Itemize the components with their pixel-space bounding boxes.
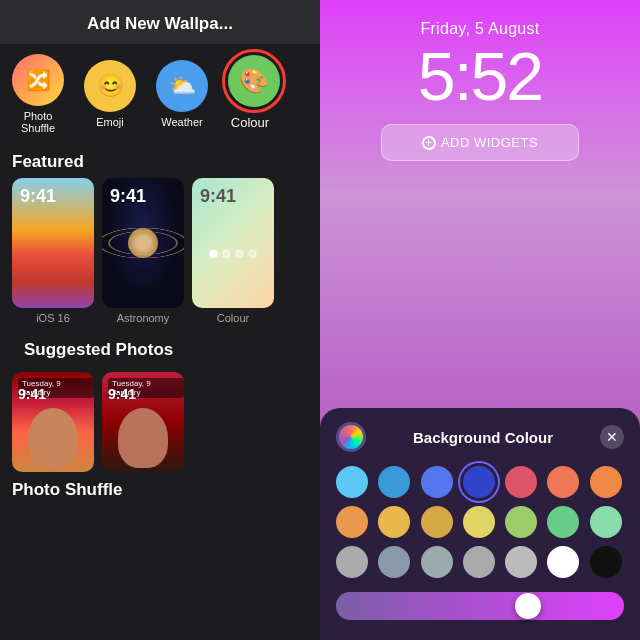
colour-swatch-9[interactable] xyxy=(421,506,453,538)
colour-swatch-4[interactable] xyxy=(505,466,537,498)
featured-row: 9:41 iOS 16 9:41 Astronomy 9:41 xyxy=(0,178,320,324)
wallpaper-type-row: 🔀 PhotoShuffle 😊 Emoji ⛅ Weather 🎨 Colou… xyxy=(0,44,320,144)
suggested-section: Suggested Photos Tuesday, 9 January 9:41… xyxy=(0,324,320,472)
colour-swatch-19[interactable] xyxy=(547,546,579,578)
featured-item-colour[interactable]: 9:41 Colour xyxy=(192,178,274,324)
featured-item-ios16[interactable]: 9:41 iOS 16 xyxy=(12,178,94,324)
weather-icon: ⛅ xyxy=(156,60,208,112)
colour-wheel-icon[interactable] xyxy=(336,422,366,452)
ios16-time: 9:41 xyxy=(20,186,56,207)
colour-swatch-0[interactable] xyxy=(336,466,368,498)
colour-swatch-5[interactable] xyxy=(547,466,579,498)
colour-swatch-10[interactable] xyxy=(463,506,495,538)
suggested-photo-2[interactable]: Tuesday, 9 January 9:41 xyxy=(102,372,184,472)
dot-3 xyxy=(236,250,244,258)
add-wallpaper-header: Add New Wallpa... xyxy=(0,0,320,44)
photo-time-2: 9:41 xyxy=(108,386,136,402)
lock-screen-time: 5:52 xyxy=(418,42,542,110)
opacity-slider-container xyxy=(336,592,624,620)
wallpaper-type-photo-shuffle[interactable]: 🔀 PhotoShuffle xyxy=(8,54,68,134)
colour-icon-wrapper: 🎨 xyxy=(228,55,280,107)
photo-shuffle-label: PhotoShuffle xyxy=(21,110,55,134)
featured-thumb-astronomy: 9:41 xyxy=(102,178,184,308)
colour-type-label: Colour xyxy=(231,115,269,130)
colour-swatch-17[interactable] xyxy=(463,546,495,578)
colour-swatch-20[interactable] xyxy=(590,546,622,578)
colour-grid xyxy=(336,466,624,578)
baby-face-1 xyxy=(28,408,78,468)
bg-colour-header: Background Colour ✕ xyxy=(336,422,624,452)
colour-swatch-8[interactable] xyxy=(378,506,410,538)
dot-2 xyxy=(223,250,231,258)
background-colour-panel: Background Colour ✕ xyxy=(320,408,640,640)
wallpaper-type-colour[interactable]: 🎨 Colour xyxy=(224,55,284,130)
photo-time-1: 9:41 xyxy=(18,386,46,402)
dot-1 xyxy=(210,250,218,258)
emoji-label: Emoji xyxy=(96,116,124,128)
colour-swatch-11[interactable] xyxy=(505,506,537,538)
featured-thumb-colour: 9:41 xyxy=(192,178,274,308)
colour-swatch-18[interactable] xyxy=(505,546,537,578)
colour-swatch-6[interactable] xyxy=(590,466,622,498)
colour-icon: 🎨 xyxy=(228,55,280,107)
photo-shuffle-icon: 🔀 xyxy=(12,54,64,106)
colour-swatch-3[interactable] xyxy=(463,466,495,498)
weather-label: Weather xyxy=(161,116,202,128)
baby-face-2 xyxy=(118,408,168,468)
add-widgets-plus-icon: + xyxy=(422,136,436,150)
wallpaper-type-weather[interactable]: ⛅ Weather xyxy=(152,60,212,128)
colour-swatch-13[interactable] xyxy=(590,506,622,538)
featured-section-title: Featured xyxy=(0,144,320,178)
right-panel: Friday, 5 August 5:52 + ADD WIDGETS Back… xyxy=(320,0,640,640)
photo-shuffle-section-title: Photo Shuffle xyxy=(0,472,320,500)
opacity-slider-track[interactable] xyxy=(336,592,624,620)
planet-ring-2 xyxy=(102,228,184,259)
colour-swatch-15[interactable] xyxy=(378,546,410,578)
add-widgets-label: ADD WIDGETS xyxy=(441,135,538,150)
ios16-label: iOS 16 xyxy=(36,312,70,324)
colour-swatch-12[interactable] xyxy=(547,506,579,538)
astronomy-label: Astronomy xyxy=(117,312,170,324)
astronomy-planet xyxy=(128,228,158,258)
featured-thumb-ios16: 9:41 xyxy=(12,178,94,308)
left-panel: Add New Wallpa... 🔀 PhotoShuffle 😊 Emoji… xyxy=(0,0,320,640)
colour-swatch-16[interactable] xyxy=(421,546,453,578)
lock-screen-date: Friday, 5 August xyxy=(420,20,539,38)
emoji-icon: 😊 xyxy=(84,60,136,112)
colour-thumb-dots xyxy=(210,250,257,258)
colour-swatch-7[interactable] xyxy=(336,506,368,538)
colour-time: 9:41 xyxy=(200,186,236,207)
suggested-photos-row: Tuesday, 9 January 9:41 Tuesday, 9 Janua… xyxy=(12,366,308,472)
close-button[interactable]: ✕ xyxy=(600,425,624,449)
colour-swatch-2[interactable] xyxy=(421,466,453,498)
suggested-photo-1[interactable]: Tuesday, 9 January 9:41 xyxy=(12,372,94,472)
bg-colour-title: Background Colour xyxy=(413,429,553,446)
dot-4 xyxy=(249,250,257,258)
colour-swatch-1[interactable] xyxy=(378,466,410,498)
colour-featured-label: Colour xyxy=(217,312,249,324)
colour-swatch-14[interactable] xyxy=(336,546,368,578)
featured-item-astronomy[interactable]: 9:41 Astronomy xyxy=(102,178,184,324)
wallpaper-type-emoji[interactable]: 😊 Emoji xyxy=(80,60,140,128)
add-widgets-button[interactable]: + ADD WIDGETS xyxy=(381,124,579,161)
opacity-slider-thumb[interactable] xyxy=(515,593,541,619)
suggested-photos-title: Suggested Photos xyxy=(12,332,308,366)
astronomy-time: 9:41 xyxy=(110,186,146,207)
